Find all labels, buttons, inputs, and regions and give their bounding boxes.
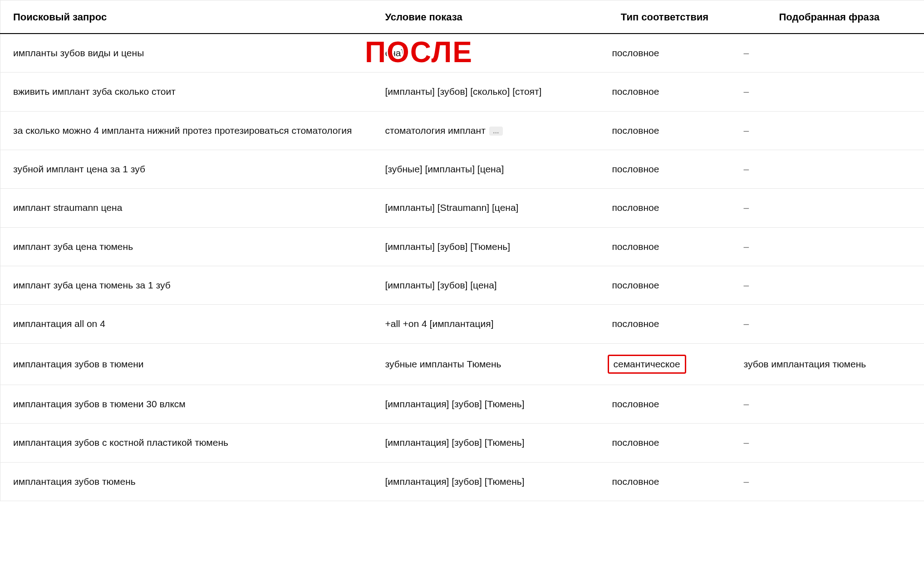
col-header-condition[interactable]: Условие показа: [373, 0, 595, 34]
table-row[interactable]: импланты зубов виды и ценыена]пословное–: [0, 34, 924, 73]
table-row[interactable]: зубной имплант цена за 1 зуб[зубные] [им…: [0, 150, 924, 189]
cell-query: имплантация зубов в тюмени: [0, 343, 373, 385]
condition-text: [импланты] [зубов] [цена]: [385, 280, 497, 290]
cell-matched-phrase: –: [731, 462, 924, 501]
condition-text: [импланты] [Straumann] [цена]: [385, 202, 519, 213]
cell-matched-phrase: –: [731, 424, 924, 462]
cell-query: имплантация зубов в тюмени 30 влксм: [0, 385, 373, 424]
cell-match-type: пословное: [595, 189, 731, 227]
col-header-phrase[interactable]: Подобранная фраза: [731, 0, 924, 34]
cell-match-type: пословное: [595, 305, 731, 343]
cell-condition: [импланты] [зубов] [цена]: [373, 266, 595, 305]
cell-query: имплант зуба цена тюмень: [0, 227, 373, 266]
cell-condition: [имплантация] [зубов] [Тюмень]: [373, 462, 595, 501]
match-type-value: пословное: [608, 277, 664, 293]
condition-text: ена]: [385, 48, 404, 58]
cell-match-type: пословное: [595, 73, 731, 111]
match-type-value: пословное: [608, 122, 664, 139]
search-queries-panel: Поисковый запрос Условие показа Тип соот…: [0, 0, 924, 501]
cell-query: имплант зуба цена тюмень за 1 зуб: [0, 266, 373, 305]
cell-match-type: семантическое: [595, 343, 731, 385]
cell-condition: [зубные] [импланты] [цена]: [373, 150, 595, 189]
condition-text: [импланты] [зубов] [сколько] [стоят]: [385, 86, 542, 97]
cell-matched-phrase: –: [731, 189, 924, 227]
match-type-value: пословное: [608, 200, 664, 216]
table-row[interactable]: имплант зуба цена тюмень за 1 зуб[имплан…: [0, 266, 924, 305]
condition-text: +all +on 4 [имплантация]: [385, 318, 494, 329]
match-type-value: пословное: [608, 473, 664, 490]
cell-query: имплант straumann цена: [0, 189, 373, 227]
table-body: импланты зубов виды и ценыена]пословное–…: [0, 34, 924, 501]
search-queries-table: Поисковый запрос Условие показа Тип соот…: [0, 0, 924, 501]
cell-matched-phrase: –: [731, 150, 924, 189]
cell-query: имплантация all on 4: [0, 305, 373, 343]
cell-query: зубной имплант цена за 1 зуб: [0, 150, 373, 189]
table-header-row: Поисковый запрос Условие показа Тип соот…: [0, 0, 924, 34]
match-type-value: пословное: [608, 316, 664, 332]
cell-query: имплантация зубов тюмень: [0, 462, 373, 501]
table-row[interactable]: имплантация all on 4+all +on 4 [импланта…: [0, 305, 924, 343]
match-type-value: пословное: [608, 239, 664, 255]
cell-match-type: пословное: [595, 150, 731, 189]
col-header-query[interactable]: Поисковый запрос: [0, 0, 373, 34]
cell-matched-phrase: –: [731, 266, 924, 305]
cell-condition: [имплантация] [зубов] [Тюмень]: [373, 385, 595, 424]
cell-query: за сколько можно 4 импланта нижний проте…: [0, 111, 373, 150]
match-type-value: пословное: [608, 396, 664, 412]
table-row[interactable]: имплант зуба цена тюмень[импланты] [зубо…: [0, 227, 924, 266]
condition-text: [имплантация] [зубов] [Тюмень]: [385, 399, 525, 409]
cell-matched-phrase: –: [731, 73, 924, 111]
cell-query: импланты зубов виды и цены: [0, 34, 373, 73]
condition-text: [импланты] [зубов] [Тюмень]: [385, 241, 511, 252]
cell-matched-phrase: –: [731, 111, 924, 150]
table-row[interactable]: имплантация зубов в тюменизубные имплант…: [0, 343, 924, 385]
match-type-value: пословное: [608, 83, 664, 100]
cell-condition: зубные импланты Тюмень: [373, 343, 595, 385]
cell-matched-phrase: –: [731, 227, 924, 266]
cell-condition: +all +on 4 [имплантация]: [373, 305, 595, 343]
cell-condition: [имплантация] [зубов] [Тюмень]: [373, 424, 595, 462]
cell-condition: [импланты] [зубов] [Тюмень]: [373, 227, 595, 266]
condition-text: стоматология имплант: [385, 125, 486, 136]
table-row[interactable]: имплант straumann цена[импланты] [Straum…: [0, 189, 924, 227]
table-row[interactable]: имплантация зубов тюмень[имплантация] [з…: [0, 462, 924, 501]
match-type-value: пословное: [608, 45, 664, 61]
table-row[interactable]: имплантация зубов в тюмени 30 влксм[импл…: [0, 385, 924, 424]
cell-condition: ена]: [373, 34, 595, 73]
condition-text: [зубные] [импланты] [цена]: [385, 164, 504, 174]
condition-text: зубные импланты Тюмень: [385, 359, 501, 369]
match-type-value: семантическое: [608, 355, 686, 374]
cell-match-type: пословное: [595, 34, 731, 73]
cell-matched-phrase: –: [731, 34, 924, 73]
cell-matched-phrase: –: [731, 305, 924, 343]
ellipsis-icon[interactable]: [489, 127, 503, 136]
cell-match-type: пословное: [595, 266, 731, 305]
cell-condition: [импланты] [зубов] [сколько] [стоят]: [373, 73, 595, 111]
cell-matched-phrase: зубов имплантация тюмень: [731, 343, 924, 385]
condition-text: [имплантация] [зубов] [Тюмень]: [385, 476, 525, 487]
table-row[interactable]: имплантация зубов с костной пластикой тю…: [0, 424, 924, 462]
table-row[interactable]: вживить имплант зуба сколько стоит[импла…: [0, 73, 924, 111]
cell-query: имплантация зубов с костной пластикой тю…: [0, 424, 373, 462]
cell-match-type: пословное: [595, 227, 731, 266]
cell-match-type: пословное: [595, 385, 731, 424]
table-row[interactable]: за сколько можно 4 импланта нижний проте…: [0, 111, 924, 150]
cell-match-type: пословное: [595, 424, 731, 462]
cell-condition: стоматология имплант: [373, 111, 595, 150]
condition-text: [имплантация] [зубов] [Тюмень]: [385, 437, 525, 448]
cell-matched-phrase: –: [731, 385, 924, 424]
col-header-match[interactable]: Тип соответствия: [595, 0, 731, 34]
cell-match-type: пословное: [595, 462, 731, 501]
cell-match-type: пословное: [595, 111, 731, 150]
match-type-value: пословное: [608, 434, 664, 451]
cell-condition: [импланты] [Straumann] [цена]: [373, 189, 595, 227]
cell-query: вживить имплант зуба сколько стоит: [0, 73, 373, 111]
match-type-value: пословное: [608, 161, 664, 177]
